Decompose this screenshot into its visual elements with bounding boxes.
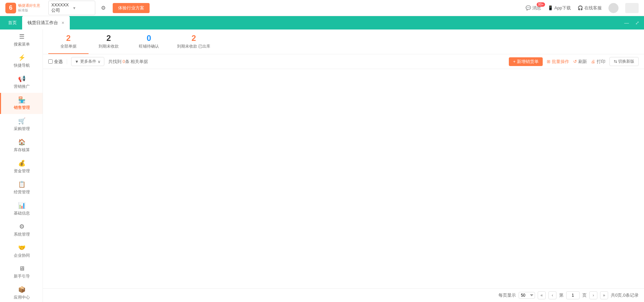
chevron-down-icon: ∨ bbox=[98, 59, 101, 64]
sales-icon: 🏪 bbox=[18, 96, 25, 104]
card-overdue-unpaid-number: 2 bbox=[106, 34, 111, 43]
sidebar-item-quick-nav[interactable]: ⚡ 快捷导航 bbox=[0, 51, 43, 72]
toolbar-divider bbox=[67, 59, 67, 64]
sidebar-item-marketing[interactable]: 📢 营销推广 bbox=[0, 72, 43, 93]
tab-cash-flow[interactable]: 钱货日清工作台 ✕ bbox=[22, 16, 70, 29]
inventory-icon: 🏠 bbox=[18, 138, 25, 146]
filter-icon: ▼ bbox=[75, 59, 79, 64]
nav-tabs: 首页 钱货日清工作台 ✕ — ⤢ bbox=[0, 16, 644, 29]
page-number-input[interactable] bbox=[566, 291, 580, 299]
purchase-icon: 🛒 bbox=[18, 117, 25, 125]
summary-cards: 2 全部单据 2 到期未收款 0 旺铺待确认 2 到期未收款 已出库 bbox=[43, 29, 644, 54]
online-service-button[interactable]: 🎧 在线客服 bbox=[578, 5, 602, 11]
refresh-icon: ↺ bbox=[573, 59, 577, 64]
user-info[interactable] bbox=[625, 3, 639, 13]
basic-info-icon: 📊 bbox=[18, 202, 25, 209]
logo-area: 6 畅捷通好生意 标准版 bbox=[5, 3, 48, 13]
company-selector[interactable]: XXXXXX公司 ▼ bbox=[48, 1, 95, 15]
top-header: 6 畅捷通好生意 标准版 XXXXXX公司 ▼ ⚙ 体验行业方案 💬 消息 99… bbox=[0, 0, 644, 16]
logo-tag: 标准版 bbox=[18, 8, 40, 13]
sidebar-item-basic-info[interactable]: 📊 基础信息 bbox=[0, 198, 43, 220]
last-page-button[interactable]: » bbox=[600, 291, 608, 299]
card-wangpu-pending[interactable]: 0 旺铺待确认 bbox=[129, 29, 169, 54]
corp-coop-icon: 🤝 bbox=[18, 244, 25, 251]
tab-minimize-button[interactable]: — bbox=[623, 19, 631, 27]
card-all-number: 2 bbox=[66, 34, 70, 43]
batch-operations-button[interactable]: ⊞ 批量操作 bbox=[547, 59, 569, 65]
print-button[interactable]: 🖨 打印 bbox=[591, 59, 605, 65]
new-sales-order-button[interactable]: + 新增销货单 bbox=[509, 57, 542, 66]
card-wangpu-label: 旺铺待确认 bbox=[139, 44, 159, 49]
messages-badge: 99+ bbox=[537, 2, 545, 7]
chevron-down-icon: ▼ bbox=[72, 6, 92, 10]
card-overdue-unshipped-number: 2 bbox=[192, 34, 196, 43]
print-icon: 🖨 bbox=[591, 59, 595, 64]
table-area bbox=[43, 69, 644, 288]
sidebar-item-corp-coop[interactable]: 🤝 企业协同 bbox=[0, 241, 43, 262]
card-overdue-unpaid-label: 到期未收款 bbox=[99, 44, 119, 49]
page-suffix: 页 bbox=[582, 292, 587, 298]
match-number: 0 bbox=[123, 59, 125, 64]
app-center-icon: 📦 bbox=[18, 286, 25, 293]
card-overdue-unshipped-label: 到期未收款 已出库 bbox=[177, 44, 210, 49]
sys-mgmt-icon: ⚙ bbox=[19, 223, 24, 230]
settings-button[interactable]: ⚙ bbox=[98, 3, 109, 13]
page-label: 第 bbox=[559, 292, 564, 298]
more-filter-button[interactable]: ▼ 更多条件 ∨ bbox=[71, 57, 104, 66]
trial-button[interactable]: 体验行业方案 bbox=[113, 3, 150, 13]
message-icon: 💬 bbox=[526, 5, 531, 10]
page-size-select[interactable]: 50 10 20 100 bbox=[519, 292, 535, 299]
prev-page-button[interactable]: ‹ bbox=[548, 291, 556, 299]
newbie-icon: 🖥 bbox=[19, 265, 25, 272]
sidebar-item-app-center[interactable]: 📦 应用中心 bbox=[0, 283, 43, 302]
sidebar-item-operations[interactable]: 📋 经营管理 bbox=[0, 177, 43, 198]
sidebar-item-purchase-mgmt[interactable]: 🛒 采购管理 bbox=[0, 114, 43, 135]
sidebar-item-sys-mgmt[interactable]: ⚙ 系统管理 bbox=[0, 220, 43, 241]
main-layout: ☰ 搜索菜单 ⚡ 快捷导航 📢 营销推广 🏪 销售管理 🛒 采购管理 🏠 库存核… bbox=[0, 29, 644, 302]
sidebar: ☰ 搜索菜单 ⚡ 快捷导航 📢 营销推广 🏪 销售管理 🛒 采购管理 🏠 库存核… bbox=[0, 29, 43, 302]
quick-nav-icon: ⚡ bbox=[18, 54, 25, 61]
search-menu-icon: ☰ bbox=[19, 33, 24, 40]
tab-maximize-button[interactable]: ⤢ bbox=[633, 19, 641, 27]
select-all-checkbox[interactable]: 全选 bbox=[48, 59, 63, 65]
sidebar-item-inventory[interactable]: 🏠 库存核算 bbox=[0, 135, 43, 156]
card-overdue-unpaid[interactable]: 2 到期未收款 bbox=[89, 29, 129, 54]
header-right: 💬 消息 99+ 📱 App下载 🎧 在线客服 bbox=[526, 3, 639, 13]
tab-home[interactable]: 首页 bbox=[3, 16, 22, 29]
logo-name: 畅捷通好生意 bbox=[18, 3, 40, 8]
company-name: XXXXXX公司 bbox=[51, 2, 71, 13]
card-overdue-unshipped[interactable]: 2 到期未收款 已出库 bbox=[169, 29, 218, 54]
app-download-button[interactable]: 📱 App下载 bbox=[548, 5, 571, 11]
download-icon: 📱 bbox=[548, 5, 553, 10]
sidebar-item-search-menu[interactable]: ☰ 搜索菜单 bbox=[0, 29, 43, 51]
sidebar-item-newbie[interactable]: 🖥 新手引导 bbox=[0, 262, 43, 283]
sidebar-item-sales-mgmt[interactable]: 🏪 销售管理 bbox=[0, 93, 43, 114]
messages-button[interactable]: 💬 消息 99+ bbox=[526, 5, 541, 11]
nav-tabs-right: — ⤢ bbox=[623, 19, 641, 27]
switch-new-version-button[interactable]: ⇆ 切换新版 bbox=[609, 57, 639, 66]
total-count-label: 共0页,0条记录 bbox=[611, 292, 639, 298]
select-all-input[interactable] bbox=[48, 59, 53, 64]
refresh-button[interactable]: ↺ 刷新 bbox=[573, 59, 587, 65]
sidebar-item-finance[interactable]: 💰 资金管理 bbox=[0, 156, 43, 177]
first-page-button[interactable]: « bbox=[538, 291, 546, 299]
toolbar-right: + 新增销货单 ⊞ 批量操作 ↺ 刷新 🖨 打印 ⇆ 切换新版 bbox=[509, 57, 639, 66]
finance-icon: 💰 bbox=[18, 160, 25, 167]
marketing-icon: 📢 bbox=[18, 75, 25, 82]
card-all[interactable]: 2 全部单据 bbox=[48, 29, 89, 54]
avatar[interactable] bbox=[608, 3, 619, 13]
service-icon: 🎧 bbox=[578, 5, 583, 10]
batch-icon: ⊞ bbox=[547, 59, 550, 64]
tab-close-icon[interactable]: ✕ bbox=[61, 21, 64, 25]
operations-icon: 📋 bbox=[18, 181, 25, 188]
pagination: 每页显示 50 10 20 100 « ‹ 第 页 › » 共0页,0条记录 bbox=[43, 288, 644, 302]
logo-icon: 6 bbox=[5, 3, 16, 13]
card-all-label: 全部单据 bbox=[60, 44, 76, 49]
card-wangpu-number: 0 bbox=[147, 34, 151, 43]
main-content: 2 全部单据 2 到期未收款 0 旺铺待确认 2 到期未收款 已出库 全选 bbox=[43, 29, 644, 302]
match-count-text: 共找到 0条 相关单据 bbox=[108, 59, 148, 65]
next-page-button[interactable]: › bbox=[589, 291, 597, 299]
per-page-label: 每页显示 bbox=[498, 292, 516, 298]
switch-icon: ⇆ bbox=[614, 59, 617, 64]
toolbar: 全选 ▼ 更多条件 ∨ 共找到 0条 相关单据 + 新增销货单 ⊞ 批量操作 ↺… bbox=[43, 54, 644, 69]
